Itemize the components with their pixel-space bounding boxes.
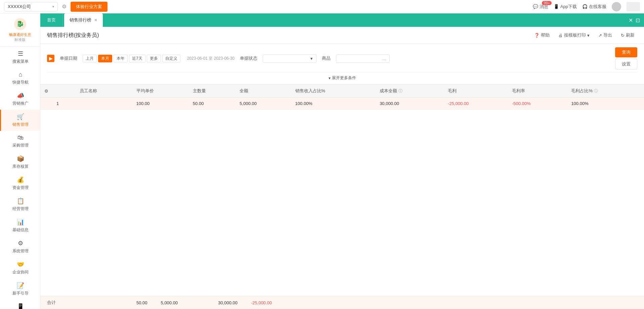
sidebar-item-app-center[interactable]: 📱 应用中心 — [0, 300, 40, 309]
th-amount: 全额 — [235, 85, 291, 98]
cell-name — [76, 98, 132, 110]
table-container: ⚙ 员工名称 平均单价 主数量 全额 销售收入占比% 成本全额 ⓘ 毛利 毛利率… — [40, 85, 644, 296]
window-close-icon[interactable]: ✕ — [629, 17, 633, 23]
table-header-row: ⚙ 员工名称 平均单价 主数量 全额 销售收入占比% 成本全额 ⓘ 毛利 毛利率… — [40, 85, 644, 98]
app-download-button[interactable]: 📱 App下载 — [554, 4, 577, 10]
sidebar-item-basic-info[interactable]: 📊 基础信息 — [0, 215, 40, 236]
grosspct-info-icon[interactable]: ⓘ — [594, 89, 598, 93]
sidebar-item-purchase[interactable]: 🛍 采购管理 — [0, 131, 40, 152]
sidebar-item-marketing[interactable]: 📣 营销推广 — [0, 89, 40, 110]
expand-more-button[interactable]: ▾ 展开更多条件 — [47, 72, 637, 81]
sidebar-item-system[interactable]: ⚙ 系统管理 — [0, 236, 40, 257]
date-range-display: 2023-06-01 至 2023-06-30 — [187, 56, 234, 61]
th-settings[interactable]: ⚙ — [40, 85, 52, 98]
tab-close-icon[interactable]: ✕ — [94, 18, 97, 22]
company-selector[interactable]: XXXXX公司 ▾ — [4, 2, 58, 11]
online-service-button[interactable]: 🎧 在线客服 — [582, 4, 606, 10]
help-button[interactable]: ❓ 帮助 — [531, 31, 552, 40]
purchase-icon: 🛍 — [17, 134, 24, 141]
cell-gross-pct: 100.00% — [567, 98, 644, 110]
cell-avg-price: 100.00 — [132, 98, 189, 110]
table-footer: 合计 50.00 5,000.00 30,000.00 -25,000.00 — [40, 296, 644, 309]
try-industry-button[interactable]: 体验行业方案 — [71, 2, 108, 12]
sidebar-item-label: 营销推广 — [12, 101, 29, 106]
cost-info-icon[interactable]: ⓘ — [398, 89, 402, 93]
sidebar-item-label: 销售管理 — [12, 122, 29, 127]
page-header: 销售排行榜(按业务员) ❓ 帮助 🖨 按模板打印 ▾ ↗ 导出 — [40, 27, 644, 44]
date-label: 单据日期 — [60, 55, 77, 61]
page-content: 销售排行榜(按业务员) ❓ 帮助 🖨 按模板打印 ▾ ↗ 导出 — [40, 27, 644, 309]
date-btn-last-month[interactable]: 上月 — [83, 55, 97, 62]
settings-button[interactable]: 设置 — [615, 59, 637, 69]
basic-info-icon: 📊 — [17, 218, 24, 226]
sidebar-item-label: 资金管理 — [12, 185, 29, 191]
sidebar-item-operations[interactable]: 📋 经营管理 — [0, 194, 40, 215]
logo-text: 畅康通好生意 — [9, 32, 31, 37]
goods-label: 商品 — [322, 55, 331, 61]
date-btn-current-year[interactable]: 本年 — [114, 55, 128, 62]
chevron-down-icon: ▾ — [52, 5, 54, 8]
tab-bar: 首页 销售排行榜 ✕ ✕ ⊡ — [40, 13, 644, 27]
date-btn-more[interactable]: 更多 — [147, 55, 161, 62]
table-body: 1 100.00 50.00 5,000.00 100.00% 30,000.0… — [40, 98, 644, 110]
sidebar-item-label: 采购管理 — [12, 143, 29, 148]
th-gross: 毛利 — [444, 85, 508, 98]
sidebar-item-label: 新手引导 — [12, 291, 29, 296]
avatar[interactable] — [612, 2, 621, 11]
sidebar-item-quick-nav[interactable]: ⌂ 快捷导航 — [0, 68, 40, 89]
filter-bar: ▶ 单据日期 上月 本月 本年 近7天 更多 自定义 2023-06-01 至 … — [40, 44, 644, 85]
sidebar-item-label: 基础信息 — [12, 227, 29, 233]
cell-gross-rate: -500.00% — [508, 98, 567, 110]
cell-sales-pct: 100.00% — [291, 98, 376, 110]
goods-input[interactable]: ... — [336, 54, 390, 63]
date-btn-7days[interactable]: 近7天 — [129, 55, 145, 62]
th-qty: 主数量 — [189, 85, 236, 98]
settings-icon[interactable]: ⚙ — [60, 2, 68, 11]
guide-icon: 📝 — [17, 282, 24, 289]
sidebar-item-sales[interactable]: 🛒 销售管理 — [0, 110, 40, 131]
sidebar-item-capital[interactable]: 💰 资金管理 — [0, 173, 40, 194]
date-btn-current-month[interactable]: 本月 — [98, 55, 112, 62]
print-button[interactable]: 🖨 按模板打印 ▾ — [556, 31, 592, 40]
sidebar-item-enterprise[interactable]: 🤝 企业协同 — [0, 257, 40, 278]
sales-icon: 🛒 — [17, 113, 24, 120]
footer-qty: 50.00 — [136, 300, 147, 305]
headset-icon: 🎧 — [582, 4, 588, 9]
sidebar-item-label: 系统管理 — [12, 248, 29, 254]
tab-window-actions: ✕ ⊡ — [629, 17, 644, 23]
page-actions: ❓ 帮助 🖨 按模板打印 ▾ ↗ 导出 ↻ 刷新 — [531, 31, 637, 40]
footer-amount: 5,000.00 — [161, 300, 178, 305]
message-badge: 99+ — [542, 1, 552, 5]
tab-sales-ranking[interactable]: 销售排行榜 ✕ — [64, 13, 103, 27]
cell-rank: 1 — [52, 98, 76, 110]
marketing-icon: 📣 — [17, 92, 24, 99]
logo-icon: 🐉 — [13, 17, 27, 31]
more-dots: ... — [382, 56, 386, 61]
window-maximize-icon[interactable]: ⊡ — [636, 17, 640, 23]
sidebar-item-search[interactable]: ☰ 搜索菜单 — [0, 47, 40, 68]
tab-home[interactable]: 首页 — [40, 13, 63, 27]
message-button[interactable]: 💬 消息 99+ — [533, 4, 548, 10]
cell-gross: -25,000.00 — [444, 98, 508, 110]
sidebar-item-label: 企业协同 — [12, 269, 29, 275]
app-center-icon: 📱 — [17, 303, 24, 309]
chevron-down-icon: ▾ — [329, 76, 331, 81]
status-select[interactable]: ▾ — [263, 54, 316, 63]
footer-label: 合计 — [47, 300, 56, 306]
print-dropdown-icon: ▾ — [587, 33, 590, 38]
page-title: 销售排行榜(按业务员) — [47, 32, 531, 39]
system-icon: ⚙ — [18, 240, 23, 247]
export-button[interactable]: ↗ 导出 — [596, 31, 615, 40]
search-button[interactable]: 查询 — [615, 47, 637, 57]
date-buttons: 上月 本月 本年 近7天 更多 自定义 — [83, 55, 180, 62]
th-sales-pct: 销售收入占比% — [291, 85, 376, 98]
th-cost: 成本全额 ⓘ — [376, 85, 444, 98]
sidebar-item-label: 快捷导航 — [12, 80, 29, 85]
phone-icon: 📱 — [554, 4, 559, 9]
refresh-button[interactable]: ↻ 刷新 — [618, 31, 637, 40]
sidebar-item-guide[interactable]: 📝 新手引导 — [0, 278, 40, 300]
date-btn-custom[interactable]: 自定义 — [162, 55, 180, 62]
filter-toggle-icon[interactable]: ▶ — [47, 55, 54, 62]
sidebar-item-inventory[interactable]: 📦 库存核算 — [0, 152, 40, 173]
content-area: 首页 销售排行榜 ✕ ✕ ⊡ 销售排行榜(按业务员) ❓ 帮助 — [40, 13, 644, 309]
